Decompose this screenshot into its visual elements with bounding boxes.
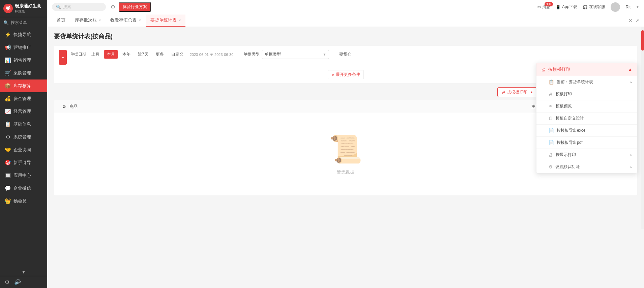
sidebar-item-operation[interactable]: 📈 经营管理 [0,105,47,118]
sidebar-scroll-down[interactable]: ▼ [0,268,47,276]
dropdown-sub-left-display: 🖨 按显示打印 [549,152,576,158]
operation-icon: 📈 [5,108,11,115]
guide-icon: 🎯 [5,160,11,166]
sidebar-item-member[interactable]: 👑 畅会员 [0,195,47,207]
scroll-thumb[interactable] [641,30,644,51]
online-service-icon: 🎧 [583,5,588,9]
sidebar-item-wechat[interactable]: 💬 企业微信 [0,182,47,195]
tabs-window-controls: ✕ ⤢ [628,18,639,23]
filter-type-select[interactable]: 单据类型 ▼ [262,50,329,59]
topbar-search[interactable]: 🔍 搜索 [52,3,106,11]
template-print-arrow: ▲ [530,90,533,94]
sidebar-item-sales[interactable]: 📊 销售管理 [0,54,47,67]
dropdown-item-default-func[interactable]: ⚙ 设置默认功能 ▸ [536,161,637,173]
tab-order-stats[interactable]: 要货单统计表 × [146,14,185,27]
quick-nav-icon: ⚡ [5,32,11,38]
sidebar-item-system[interactable]: ⚙ 系统管理 [0,131,47,143]
user-dropdown-arrow[interactable]: ▼ [636,5,639,9]
purchase-icon: 🛒 [5,70,11,76]
display-print-icon: 🖨 [549,152,553,157]
sidebar-search[interactable]: 🔍 搜索菜单 [0,17,47,28]
dropdown-current-arrow: ▸ [631,80,632,84]
online-service-item[interactable]: 🎧 在线客服 [583,4,605,10]
sidebar: 畅 畅康通好生意 标准版 🔍 搜索菜单 ⚡ 快捷导航 📢 营销推广 📊 销售管理… [0,0,47,288]
filter-expand-icon: » [62,55,64,60]
filter-date-group: 单据日期 上月 本月 本年 近7天 更多 自定义 [70,50,186,59]
dropdown-current-item[interactable]: 📋 当前：要货单统计表 ▸ [536,76,637,88]
dropdown-item-template-print[interactable]: 🖨 模板打印 [536,88,637,100]
sidebar-item-quick-nav[interactable]: ⚡ 快捷导航 [0,28,47,41]
col-goods: 商品 [69,104,525,109]
tab-receipts-summary[interactable]: 收发存汇总表 × [106,14,145,27]
user-avatar[interactable] [611,2,620,12]
basic-icon: 📋 [5,121,11,127]
tab-close-receipts-summary[interactable]: × [139,18,141,22]
tab-home[interactable]: 首页 [52,14,70,27]
filter-date-label: 单据日期 [70,52,86,57]
main-content: 🔍 搜索 ⚙ 体验行业方案 ✉ 消息 99+ 📱 App下载 🎧 在线客服 Ri… [47,0,644,288]
dropdown-item-export-pdf[interactable]: 📄 按模板导出pdf [536,137,637,149]
app-download-item[interactable]: 📱 App下载 [556,4,577,10]
date-btn-last-month[interactable]: 上月 [88,50,103,59]
date-btn-7days[interactable]: 近7天 [135,50,151,59]
date-btn-this-month[interactable]: 本月 [104,50,118,59]
export-excel-icon: 📄 [549,128,554,133]
sidebar-item-apps[interactable]: 🔲 应用中心 [0,169,47,182]
topbar-right: ✉ 消息 99+ 📱 App下载 🎧 在线客服 Rit ▼ [537,2,639,12]
trial-button[interactable]: 体验行业方案 [119,2,151,12]
dropdown-current-left: 📋 当前：要货单统计表 [549,79,593,85]
dropdown-header-left: 🖨 按模板打印 [541,66,570,72]
window-close-btn[interactable]: ✕ [628,18,633,23]
topbar: 🔍 搜索 ⚙ 体验行业方案 ✉ 消息 99+ 📱 App下载 🎧 在线客服 Ri… [47,0,644,14]
notification-icon: ✉ [537,5,541,9]
date-btn-custom[interactable]: 自定义 [168,50,186,59]
footer-settings-icon[interactable]: ⚙ [5,279,9,285]
expand-more-icon: ∨ [331,72,334,77]
dropdown-header[interactable]: 🖨 按模板打印 ▲ [536,63,637,76]
template-preview-icon: 👁 [549,104,553,109]
current-list-icon: 📋 [549,79,554,85]
filter-date-range: 2023-06-01 至 2023-06-30 [190,52,234,57]
tab-close-order-stats[interactable]: × [179,18,181,22]
notification-badge: 99+ [545,2,553,6]
dropdown-print-icon: 🖨 [541,67,546,72]
dropdown-collapse-arrow: ▲ [628,67,632,72]
filter-type-label: 单据类型 [243,52,260,57]
sidebar-item-guide[interactable]: 🎯 新手引导 [0,156,47,169]
page-content: 要货单统计表(按商品) » 单据日期 上月 本月 本年 近7天 更多 自定义 [47,27,644,288]
date-btn-this-year[interactable]: 本年 [119,50,134,59]
username-label: Rit [625,5,631,9]
footer-audio-icon[interactable]: 🔊 [14,279,21,285]
dropdown-item-template-preview[interactable]: 👁 模板预览 [536,100,637,113]
dropdown-item-export-excel[interactable]: 📄 按模板导出excel [536,125,637,137]
sidebar-item-basic[interactable]: 📋 基础信息 [0,118,47,131]
tab-batch-accounts[interactable]: 库存批次账 × [70,14,106,27]
sidebar-item-finance[interactable]: 💰 资金管理 [0,92,47,105]
window-expand-btn[interactable]: ⤢ [635,18,639,23]
template-print-button[interactable]: 🖨 按模板打印 ▲ [497,87,538,97]
filter-expand-button[interactable]: » [59,50,67,65]
export-pdf-icon: 📄 [549,140,554,145]
tab-close-batch-accounts[interactable]: × [99,18,101,22]
sidebar-footer: ⚙ 🔊 [0,276,47,288]
dropdown-sub-left-default: ⚙ 设置默认功能 [549,164,580,170]
sidebar-item-collab[interactable]: 🤝 企业协同 [0,143,47,156]
app-logo-icon: 畅 [3,4,13,13]
notification-item[interactable]: ✉ 消息 99+ [537,4,550,10]
expand-more-button[interactable]: ∨ 展开更多条件 [328,70,364,79]
app-download-icon: 📱 [556,5,561,9]
sidebar-nav: ⚡ 快捷导航 📢 营销推广 📊 销售管理 🛒 采购管理 📦 库存核算 💰 资金管… [0,28,47,268]
sidebar-item-marketing[interactable]: 📢 营销推广 [0,41,47,54]
marketing-icon: 📢 [5,44,11,51]
finance-icon: 💰 [5,96,11,102]
scroll-track [641,27,644,229]
col-settings[interactable]: ⚙ [59,104,69,109]
wechat-icon: 💬 [5,185,11,191]
dropdown-item-template-custom[interactable]: 🗒 模板自定义设计 [536,113,637,125]
sidebar-item-inventory[interactable]: 📦 库存核算 [0,79,47,92]
date-btn-more[interactable]: 更多 [153,50,167,59]
dropdown-item-display-print[interactable]: 🖨 按显示打印 ▸ [536,149,637,161]
sidebar-item-purchase[interactable]: 🛒 采购管理 [0,67,47,79]
topbar-settings-icon[interactable]: ⚙ [111,4,115,10]
template-print-dropdown: 🖨 按模板打印 ▲ 📋 当前：要货单统计表 ▸ 🖨 模板打印 👁 模板预览 [536,63,637,173]
